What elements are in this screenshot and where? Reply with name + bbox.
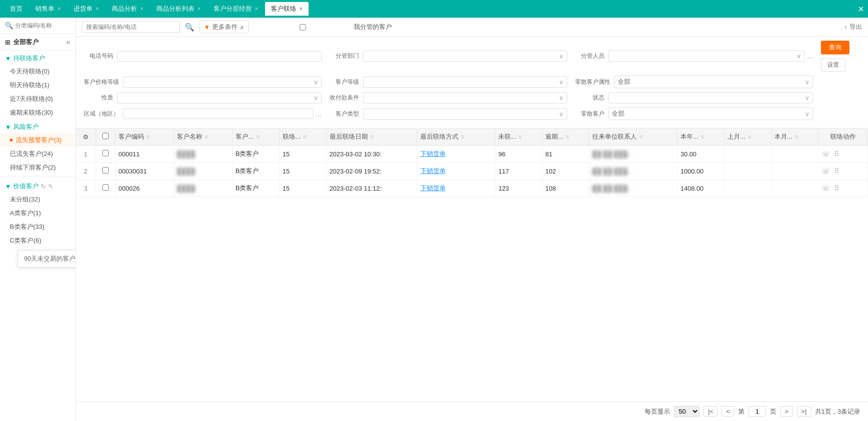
sidebar-group-risk[interactable]: ▼ 风险客户: [0, 120, 75, 133]
tab-product-analysis[interactable]: 商品分析 ×: [106, 2, 149, 16]
sidebar-all-customers[interactable]: ⊞ 全部客户 «: [0, 34, 75, 51]
export-button[interactable]: ↑ 导出: [844, 23, 863, 31]
field-dept-select[interactable]: ∨: [363, 50, 568, 62]
field-manager-select[interactable]: ∨: [608, 50, 805, 62]
row-code: 000026: [115, 180, 173, 197]
table-body: 1000011████B类客户152023-03-02 10:30:下销货单96…: [76, 146, 868, 197]
table-row: 3000026████B类客户152023-02-03 11:12:下销货单12…: [76, 180, 868, 197]
row-last-contact-method-link[interactable]: 下销货单: [420, 167, 446, 174]
sidebar-item-classB[interactable]: B类客户(33): [0, 220, 75, 234]
cc-sort-icon[interactable]: ⇅: [303, 134, 307, 140]
row-last-contact-method-link[interactable]: 下销货单: [420, 184, 446, 192]
query-button[interactable]: 查询: [821, 41, 849, 54]
lcd-sort-icon[interactable]: ⇅: [370, 134, 374, 140]
lm-sort-icon[interactable]: ⇅: [747, 134, 751, 140]
th-last-contact-method: 最后联络方式 ⇅: [417, 128, 495, 146]
action-contact-icon[interactable]: ☏: [821, 184, 830, 192]
sidebar-item-today-pending[interactable]: 今天待联络(0): [0, 65, 75, 78]
action-contact-icon[interactable]: ☏: [821, 167, 830, 175]
tab-home[interactable]: 首页: [4, 2, 28, 16]
action-more-icon[interactable]: ⠿: [834, 184, 839, 192]
field-phone-input[interactable]: [117, 51, 322, 62]
tab-customer-layered-close[interactable]: ×: [255, 5, 258, 12]
sidebar-item-tomorrow-pending[interactable]: 明天待联络(1): [0, 78, 75, 92]
page-number-input[interactable]: [748, 406, 766, 417]
more-conditions-button[interactable]: ▼ 更多条件 ∧: [199, 21, 249, 33]
action-contact-icon[interactable]: ☏: [821, 150, 830, 158]
field-region-input[interactable]: [123, 108, 313, 119]
sidebar-item-7day-pending[interactable]: 近7天待联络(0): [0, 92, 75, 106]
collapse-icon[interactable]: «: [66, 38, 71, 47]
field-nature-select[interactable]: ∨: [117, 92, 322, 103]
field-customer-type-select[interactable]: ∨: [363, 108, 568, 120]
next-page-button[interactable]: >: [780, 406, 793, 417]
tab-purchase-close[interactable]: ×: [96, 5, 99, 12]
tm-sort-icon[interactable]: ⇅: [795, 134, 798, 140]
action-more-icon[interactable]: ⠿: [834, 150, 839, 158]
ty-sort-icon[interactable]: ⇅: [700, 134, 704, 140]
table-header-row: ⚙ 客户编码 ⇅ 客户名称: [76, 128, 868, 146]
cp-sort-icon[interactable]: ⇅: [639, 134, 643, 140]
tab-product-analysis-list[interactable]: 商品分析列表 ×: [150, 2, 207, 16]
settings-button[interactable]: 设置: [821, 58, 845, 72]
field-retail-attr-select[interactable]: 全部 ∨: [614, 75, 813, 88]
sidebar-item-overdue-unlisted[interactable]: 逾期未联络(30): [0, 106, 75, 120]
value-refresh-icon[interactable]: ↻: [41, 183, 46, 190]
th-checkbox[interactable]: [96, 128, 115, 146]
row-last-contact-method-link[interactable]: 下销货单: [420, 150, 446, 157]
row-last-contact-method[interactable]: 下销货单: [417, 146, 495, 163]
field-retail-customer-select[interactable]: 全部 ∨: [608, 107, 813, 120]
sidebar-item-declining[interactable]: 持续下滑客户(2): [0, 161, 75, 174]
tab-customer-layered[interactable]: 客户分层经营 ×: [208, 2, 264, 16]
tab-product-analysis-close[interactable]: ×: [140, 5, 144, 12]
sidebar-item-ungrouped[interactable]: 未分组(32): [0, 193, 75, 206]
window-close-button[interactable]: ✕: [858, 4, 864, 14]
sidebar-group-value[interactable]: ▼ 价值客户 ↻ ✎: [0, 179, 75, 193]
row-this-year: 1408.00: [677, 180, 724, 197]
field-payment-terms-select[interactable]: ∨: [363, 92, 568, 103]
region-more[interactable]: …: [315, 110, 322, 118]
field-customer-level-select[interactable]: ∨: [363, 76, 568, 88]
sidebar-item-classA[interactable]: A类客户(1): [0, 206, 75, 220]
manager-more[interactable]: …: [807, 52, 813, 60]
sidebar-search-input[interactable]: [15, 22, 71, 29]
tab-sales[interactable]: 销售单 ×: [29, 2, 67, 16]
search-button[interactable]: 🔍: [185, 23, 194, 32]
tab-purchase[interactable]: 进货单 ×: [68, 2, 105, 16]
sidebar-group-pending[interactable]: ▼ 待联络客户: [0, 51, 75, 65]
th-settings[interactable]: ⚙: [76, 128, 96, 146]
prev-page-button[interactable]: <: [722, 406, 734, 417]
ul-sort-icon[interactable]: ⇅: [518, 134, 522, 140]
last-page-button[interactable]: >|: [797, 406, 811, 417]
first-page-button[interactable]: |<: [703, 406, 718, 417]
sidebar-search-area: 🔍: [0, 18, 75, 34]
row-checkbox[interactable]: [102, 150, 109, 156]
value-edit-icon[interactable]: ✎: [48, 183, 53, 190]
tab-product-list-close[interactable]: ×: [197, 5, 201, 12]
sidebar-item-classC[interactable]: C类客户(6): [0, 234, 75, 248]
field-region: 区域（地区） …: [84, 108, 322, 119]
row-checkbox[interactable]: [102, 167, 109, 173]
row-last-contact-method[interactable]: 下销货单: [417, 163, 495, 180]
row-last-contact-method[interactable]: 下销货单: [417, 180, 495, 197]
od-sort-icon[interactable]: ⇅: [565, 134, 569, 140]
tab-customer-contact-close[interactable]: ×: [299, 5, 303, 12]
per-page-select[interactable]: 50 100 200: [674, 406, 699, 417]
tab-sales-close[interactable]: ×: [57, 5, 61, 12]
sidebar-item-churn-warning[interactable]: 流失预警客户(3): [0, 133, 75, 147]
sidebar-item-churned[interactable]: 已流失客户(24): [0, 147, 75, 161]
tab-customer-contact[interactable]: 客户联络 ×: [265, 2, 309, 16]
lcm-sort-icon[interactable]: ⇅: [460, 134, 464, 140]
field-price-level-select[interactable]: ∨: [123, 76, 322, 88]
ctype-sort-icon[interactable]: ⇅: [256, 134, 260, 140]
select-all-checkbox[interactable]: [102, 133, 109, 139]
row-checkbox[interactable]: [102, 184, 109, 191]
field-manager-label: 分管人员: [575, 52, 604, 60]
action-more-icon[interactable]: ⠿: [834, 167, 839, 175]
my-customers-checkbox-label[interactable]: 我分管的客户: [254, 23, 392, 31]
name-sort-icon[interactable]: ⇅: [204, 134, 208, 140]
field-status-select[interactable]: ∨: [608, 92, 813, 103]
code-sort-icon[interactable]: ⇅: [146, 134, 150, 140]
search-input[interactable]: [82, 21, 180, 33]
my-customers-checkbox[interactable]: [254, 24, 352, 30]
